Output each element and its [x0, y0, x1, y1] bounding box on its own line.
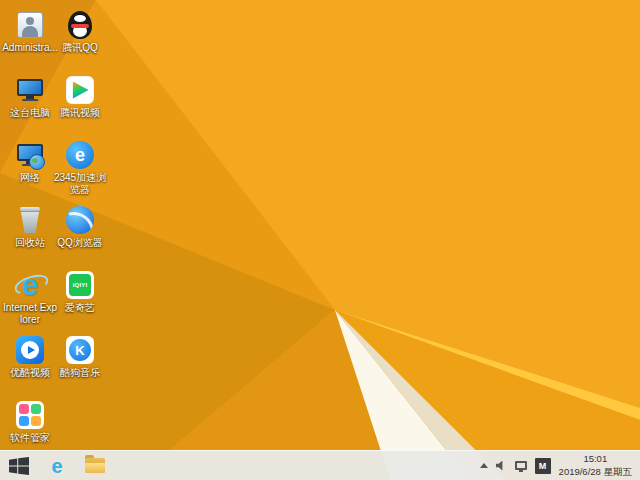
icon-label: 网络	[20, 172, 40, 184]
icon-label: 这台电脑	[10, 107, 50, 119]
folder-icon	[85, 458, 105, 473]
icon-label: 优酷视频	[10, 367, 50, 379]
video-player-icon	[14, 334, 46, 366]
internet-explorer-icon: e	[51, 456, 62, 476]
show-hidden-icons-icon[interactable]	[480, 463, 488, 468]
desktop-icon-network[interactable]: 网络	[2, 136, 58, 201]
network-status-icon[interactable]	[515, 461, 527, 470]
clock-date: 2019/6/28 星期五	[559, 466, 632, 478]
desktop-icon-administrator[interactable]: Administra...	[2, 6, 58, 71]
taskbar-file-explorer-button[interactable]	[76, 451, 114, 480]
desktop-icon-this-pc[interactable]: 这台电脑	[2, 71, 58, 136]
taskbar: e M 15:01 2019/6/28 星期五	[0, 450, 640, 480]
icon-label: QQ浏览器	[57, 237, 103, 249]
desktop-icon-kugou-music[interactable]: K 酷狗音乐	[52, 331, 108, 396]
icon-label: 回收站	[15, 237, 45, 249]
desktop-icon-qq-browser[interactable]: QQ浏览器	[52, 201, 108, 266]
icon-label: 腾讯QQ	[62, 42, 98, 54]
kugou-music-icon: K	[64, 334, 96, 366]
qq-penguin-icon	[64, 9, 96, 41]
icon-label: 软件管家	[10, 432, 50, 444]
icon-label: 腾讯视频	[60, 107, 100, 119]
volume-icon[interactable]	[496, 461, 507, 471]
user-account-icon	[14, 9, 46, 41]
browser-2345-icon: e	[64, 139, 96, 171]
icon-label: Internet Explorer	[2, 302, 58, 326]
start-button[interactable]	[0, 451, 38, 480]
icon-label: 酷狗音乐	[60, 367, 100, 379]
system-tray: M 15:01 2019/6/28 星期五	[480, 451, 640, 480]
desktop: Administra... 这台电脑 网络 回收站 e	[0, 0, 640, 480]
input-method-indicator[interactable]: M	[535, 458, 551, 474]
tencent-video-icon	[64, 74, 96, 106]
desktop-icon-tencent-video[interactable]: 腾讯视频	[52, 71, 108, 136]
software-manager-icon	[14, 399, 46, 431]
windows-logo-icon	[9, 457, 29, 475]
desktop-icon-column-1: Administra... 这台电脑 网络 回收站 e	[2, 6, 58, 461]
desktop-icon-youku-video[interactable]: 优酷视频	[2, 331, 58, 396]
iqiyi-icon: iQIYI	[64, 269, 96, 301]
desktop-icon-column-2: 腾讯QQ 腾讯视频 e 2345加速浏览器 QQ浏览器 iQIYI 爱奇艺	[52, 6, 108, 396]
internet-explorer-icon: e	[14, 269, 46, 301]
clock-time: 15:01	[583, 453, 607, 465]
icon-label: 2345加速浏览器	[52, 172, 108, 196]
icon-label: 爱奇艺	[65, 302, 95, 314]
desktop-icon-internet-explorer[interactable]: e Internet Explorer	[2, 266, 58, 331]
network-icon	[14, 139, 46, 171]
desktop-icon-tencent-qq[interactable]: 腾讯QQ	[52, 6, 108, 71]
recycle-bin-icon	[14, 204, 46, 236]
computer-icon	[14, 74, 46, 106]
taskbar-internet-explorer-button[interactable]: e	[38, 451, 76, 480]
qq-browser-icon	[64, 204, 96, 236]
desktop-icon-2345-browser[interactable]: e 2345加速浏览器	[52, 136, 108, 201]
icon-label: Administra...	[2, 42, 58, 54]
desktop-icon-recycle-bin[interactable]: 回收站	[2, 201, 58, 266]
taskbar-clock[interactable]: 15:01 2019/6/28 星期五	[559, 453, 632, 478]
desktop-icon-iqiyi[interactable]: iQIYI 爱奇艺	[52, 266, 108, 331]
